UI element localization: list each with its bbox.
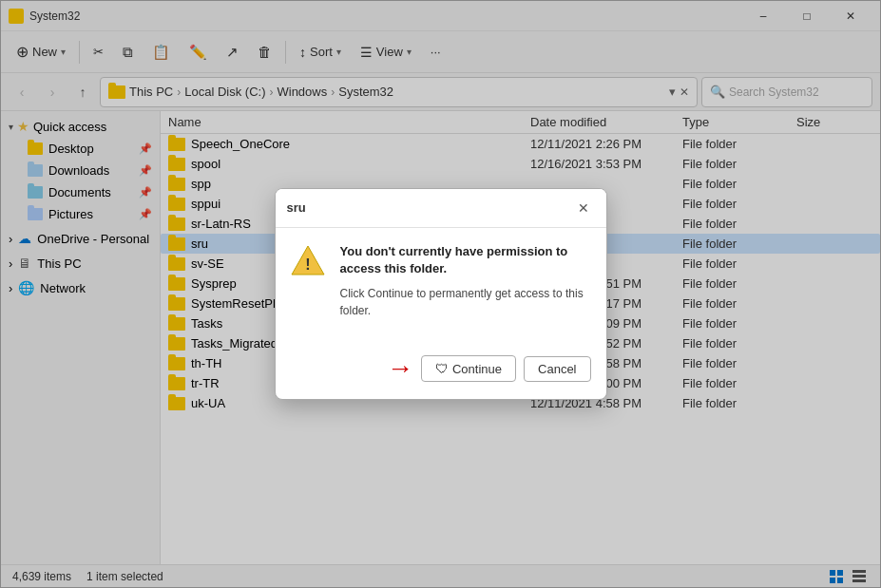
dialog-icon-row: ! You don't currently have permission to…: [291, 243, 591, 319]
permission-dialog: sru ✕ ! You don't currently have pe: [275, 188, 607, 400]
modal-overlay: sru ✕ ! You don't currently have pe: [0, 0, 881, 588]
dialog-close-button[interactable]: ✕: [572, 197, 595, 219]
dialog-heading: You don't currently have permission to a…: [340, 243, 591, 277]
cancel-button[interactable]: Cancel: [524, 356, 590, 382]
continue-label: Continue: [452, 362, 502, 376]
continue-button[interactable]: 🛡 Continue: [421, 355, 516, 382]
dialog-subtext: Click Continue to permanently get access…: [340, 285, 591, 319]
dialog-title: sru: [287, 200, 306, 215]
svg-text:!: !: [305, 256, 310, 273]
warning-icon: !: [291, 243, 329, 281]
dialog-buttons-row: → 🛡 Continue Cancel: [276, 346, 606, 399]
file-explorer-window: System32 – □ ✕ ⊕ New ▾ ✂ ⧉ 📋 ✏️ ↗: [0, 0, 881, 588]
arrow-continue-group: → 🛡 Continue: [387, 353, 516, 384]
shield-icon: 🛡: [435, 361, 449, 376]
dialog-titlebar: sru ✕: [276, 189, 606, 228]
cancel-label: Cancel: [538, 362, 576, 376]
dialog-text-block: You don't currently have permission to a…: [340, 243, 591, 319]
red-arrow-icon: →: [387, 353, 413, 384]
dialog-body: ! You don't currently have permission to…: [276, 228, 606, 346]
